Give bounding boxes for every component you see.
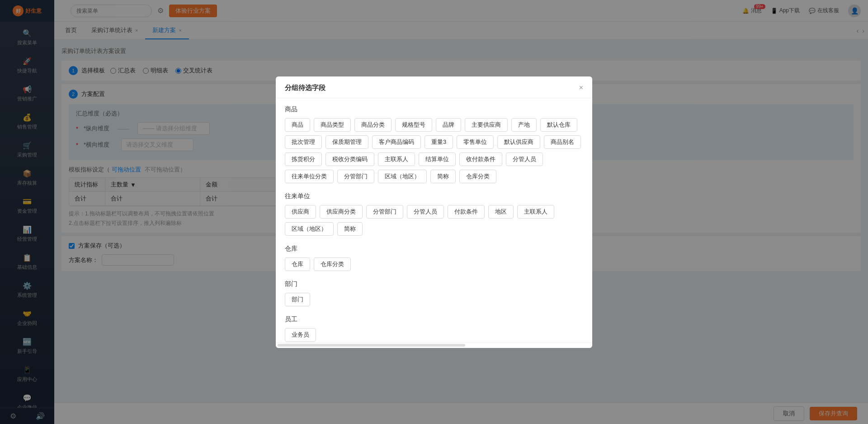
field-tag-1-5[interactable]: 地区 [488,205,514,219]
field-grid-3: 部门 [285,293,583,306]
field-tag-0-17[interactable]: 主联系人 [378,152,415,166]
field-tag-2-1[interactable]: 仓库分类 [314,257,351,271]
field-tag-0-19[interactable]: 收付款条件 [459,152,502,166]
section-title-2: 仓库 [285,245,583,253]
field-tag-0-3[interactable]: 规格型号 [395,118,432,132]
field-section-2: 仓库仓库仓库分类 [285,245,583,271]
field-tag-1-6[interactable]: 主联系人 [517,205,554,219]
modal-title: 分组待选字段 [285,84,326,92]
field-section-3: 部门部门 [285,280,583,306]
modal-scroll-bar[interactable] [276,343,592,348]
field-tag-0-18[interactable]: 结算单位 [419,152,456,166]
field-tag-0-4[interactable]: 品牌 [436,118,461,132]
modal-body: 商品商品商品类型商品分类规格型号品牌主要供应商产地默认仓库批次管理保质期管理客户… [276,98,592,343]
modal-header: 分组待选字段 × [276,76,592,98]
field-tag-0-14[interactable]: 商品别名 [544,135,581,149]
field-tag-0-22[interactable]: 分管部门 [337,170,374,183]
section-title-4: 员工 [285,315,583,324]
field-tag-0-15[interactable]: 拣货积分 [285,152,322,166]
field-section-0: 商品商品商品类型商品分类规格型号品牌主要供应商产地默认仓库批次管理保质期管理客户… [285,105,583,183]
field-tag-0-20[interactable]: 分管人员 [506,152,543,166]
field-tag-1-7[interactable]: 区域（地区） [285,222,334,236]
field-grid-0: 商品商品类型商品分类规格型号品牌主要供应商产地默认仓库批次管理保质期管理客户商品… [285,118,583,183]
section-title-0: 商品 [285,105,583,114]
field-tag-0-6[interactable]: 产地 [511,118,537,132]
modal-dialog: 分组待选字段 × 商品商品商品类型商品分类规格型号品牌主要供应商产地默认仓库批次… [276,76,592,348]
field-tag-0-1[interactable]: 商品类型 [314,118,351,132]
field-tag-0-2[interactable]: 商品分类 [354,118,392,132]
field-grid-4: 业务员 [285,328,583,342]
field-tag-1-4[interactable]: 付款条件 [448,205,485,219]
field-tag-0-21[interactable]: 往来单位分类 [285,170,334,183]
field-section-4: 员工业务员 [285,315,583,342]
field-tag-0-7[interactable]: 默认仓库 [540,118,577,132]
field-tag-0-16[interactable]: 税收分类编码 [326,152,374,166]
field-grid-2: 仓库仓库分类 [285,257,583,271]
modal-close-button[interactable]: × [579,84,583,92]
field-section-1: 往来单位供应商供应商分类分管部门分管人员付款条件地区主联系人区域（地区）简称 [285,192,583,236]
modal-overlay: 分组待选字段 × 商品商品商品类型商品分类规格型号品牌主要供应商产地默认仓库批次… [0,0,868,424]
field-tag-0-12[interactable]: 零售单位 [457,135,494,149]
field-grid-1: 供应商供应商分类分管部门分管人员付款条件地区主联系人区域（地区）简称 [285,205,583,236]
field-tag-0-10[interactable]: 客户商品编码 [372,135,421,149]
field-tag-2-0[interactable]: 仓库 [285,257,310,271]
section-title-1: 往来单位 [285,192,583,200]
field-tag-1-1[interactable]: 供应商分类 [320,205,363,219]
field-tag-0-25[interactable]: 仓库分类 [459,170,496,183]
scroll-thumb [278,344,465,347]
field-tag-0-5[interactable]: 主要供应商 [465,118,508,132]
field-tag-0-9[interactable]: 保质期管理 [326,135,368,149]
field-tag-0-13[interactable]: 默认供应商 [497,135,540,149]
field-tag-0-23[interactable]: 区域（地区） [378,170,427,183]
field-tag-0-24[interactable]: 简称 [430,170,456,183]
field-tag-0-0[interactable]: 商品 [285,118,310,132]
section-title-3: 部门 [285,280,583,288]
field-tag-0-8[interactable]: 批次管理 [285,135,322,149]
field-tag-1-3[interactable]: 分管人员 [407,205,444,219]
field-tag-4-0[interactable]: 业务员 [285,328,316,342]
field-tag-0-11[interactable]: 重量3 [425,135,453,149]
field-tag-1-2[interactable]: 分管部门 [366,205,403,219]
field-tag-1-0[interactable]: 供应商 [285,205,316,219]
field-tag-1-8[interactable]: 简称 [337,222,363,236]
field-tag-3-0[interactable]: 部门 [285,293,310,306]
